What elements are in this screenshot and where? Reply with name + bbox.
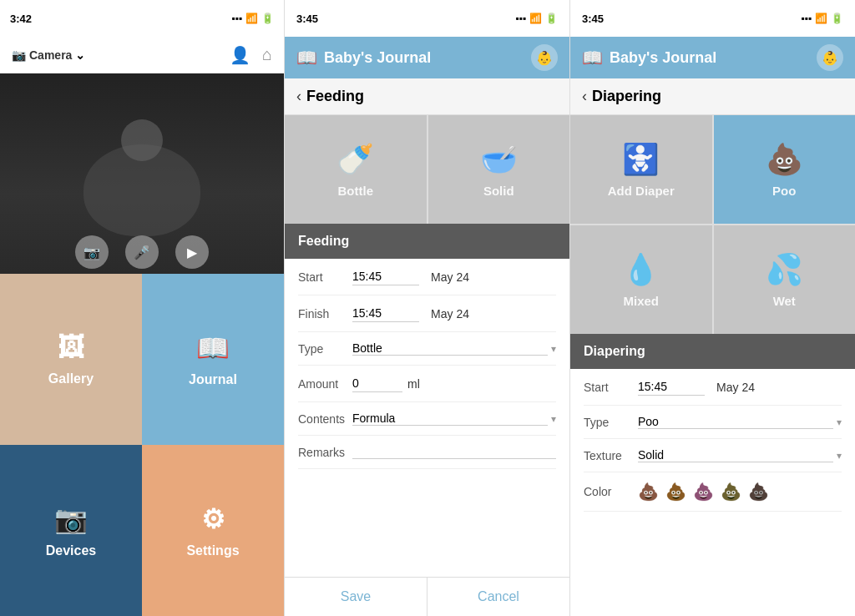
- baby-avatar-2[interactable]: 👶: [531, 44, 558, 71]
- color-row: Color 💩 💩 💩 💩 💩: [584, 472, 842, 512]
- solid-tile[interactable]: 🥣 Solid: [428, 115, 570, 224]
- remarks-row: Remarks: [298, 436, 556, 469]
- settings-icon: ⚙: [201, 503, 225, 535]
- play-button[interactable]: ▶: [175, 235, 209, 269]
- cancel-button[interactable]: Cancel: [428, 578, 569, 616]
- settings-label: Settings: [186, 543, 239, 558]
- feeding-panel: 3:45 ▪▪▪ 📶 🔋 📖 Baby's Journal 👶 ‹ Feedin…: [284, 0, 569, 616]
- journal-title-2: Baby's Journal: [324, 49, 431, 67]
- time-1: 3:42: [10, 13, 32, 25]
- diaper-grid: 🚼 Add Diaper 💩 Poo 💧 Mixed 💦 Wet: [570, 115, 855, 334]
- diapering-title: Diapering: [592, 88, 661, 105]
- add-diaper-tile[interactable]: 🚼 Add Diaper: [570, 115, 712, 224]
- feeding-grid: 🍼 Bottle 🥣 Solid: [285, 115, 569, 224]
- bottle-label: Bottle: [338, 184, 374, 198]
- wifi-icon-2: 📶: [529, 13, 542, 24]
- finish-label: Finish: [298, 307, 352, 321]
- diaper-start-time-input[interactable]: [638, 378, 705, 396]
- mic-button[interactable]: 🎤: [125, 235, 159, 269]
- start-date: May 24: [419, 270, 469, 284]
- camera-controls: 📷 🎤 ▶: [75, 235, 209, 269]
- wet-icon: 💦: [766, 252, 803, 287]
- journal-title-group-3: 📖 Baby's Journal: [582, 48, 716, 68]
- type-row: Type Bottle Breast Solid ▾: [298, 332, 556, 366]
- journal-tile[interactable]: 📖 Journal: [142, 274, 284, 445]
- finish-time-input[interactable]: [352, 305, 419, 322]
- texture-row: Texture Solid Soft Liquid Mucousy ▾: [584, 439, 842, 472]
- diaper-start-row: Start May 24: [584, 369, 842, 406]
- status-bar-3: 3:45 ▪▪▪ 📶 🔋: [570, 0, 855, 37]
- amount-row: Amount ml: [298, 366, 556, 402]
- snapshot-button[interactable]: 📷: [75, 235, 109, 269]
- signal-icon: ▪▪▪: [231, 13, 242, 24]
- diaper-type-row: Type Poo Wet Mixed ▾: [584, 406, 842, 439]
- settings-tile[interactable]: ⚙ Settings: [142, 445, 284, 616]
- type-select[interactable]: Bottle Breast Solid: [352, 341, 548, 356]
- amount-input[interactable]: [352, 375, 402, 392]
- color-swatch-2[interactable]: 💩: [665, 482, 686, 502]
- color-swatch-5[interactable]: 💩: [748, 482, 769, 502]
- color-swatch-1[interactable]: 💩: [638, 482, 659, 502]
- color-label: Color: [584, 485, 638, 498]
- texture-chevron: ▾: [837, 450, 842, 462]
- poo-tile[interactable]: 💩 Poo: [714, 115, 856, 224]
- signal-icon-3: ▪▪▪: [801, 13, 812, 24]
- remarks-input[interactable]: [352, 445, 556, 459]
- start-time-input[interactable]: [352, 268, 419, 285]
- status-bar-1: 3:42 ▪▪▪ 📶 🔋: [0, 0, 284, 37]
- add-diaper-icon: 🚼: [622, 142, 660, 177]
- texture-select[interactable]: Solid Soft Liquid Mucousy: [638, 448, 833, 462]
- chevron-down-icon: ⌄: [75, 48, 85, 62]
- form-header-2: Feeding: [285, 224, 569, 259]
- contents-label: Contents: [298, 412, 352, 426]
- mixed-tile[interactable]: 💧 Mixed: [570, 225, 712, 334]
- amount-unit: ml: [407, 377, 420, 391]
- gallery-icon: 🖼: [58, 332, 84, 363]
- diaper-form-body: Start May 24 Type Poo Wet Mixed ▾ Textur…: [570, 369, 855, 616]
- camera-label: Camera: [29, 48, 72, 62]
- topbar-actions: 👤 ⌂: [230, 45, 272, 65]
- feeding-subheader: ‹ Feeding: [285, 78, 569, 115]
- baby-avatar-3[interactable]: 👶: [817, 44, 843, 71]
- signal-icon-2: ▪▪▪: [515, 13, 526, 24]
- form-body-2: Start May 24 Finish May 24 Type Bottle B…: [285, 259, 569, 577]
- avatar-icon-2: 👶: [536, 50, 553, 66]
- time-2: 3:45: [296, 13, 318, 25]
- status-icons-1: ▪▪▪ 📶 🔋: [231, 13, 274, 24]
- bottle-tile[interactable]: 🍼 Bottle: [285, 115, 427, 224]
- journal-title-group: 📖 Baby's Journal: [296, 48, 431, 68]
- diaper-start-date: May 24: [705, 381, 755, 394]
- back-button-3[interactable]: ‹: [582, 88, 587, 105]
- journal-title-3: Baby's Journal: [610, 49, 716, 67]
- add-diaper-label: Add Diaper: [608, 184, 675, 198]
- poo-label: Poo: [772, 184, 796, 198]
- color-swatch-3[interactable]: 💩: [693, 482, 714, 502]
- gallery-label: Gallery: [48, 371, 94, 386]
- profile-icon[interactable]: 👤: [230, 45, 250, 65]
- devices-tile[interactable]: 📷 Devices: [0, 445, 142, 616]
- diaper-type-select[interactable]: Poo Wet Mixed: [638, 415, 833, 429]
- back-button-2[interactable]: ‹: [296, 88, 301, 105]
- feeding-title: Feeding: [306, 88, 364, 105]
- amount-label: Amount: [298, 377, 352, 391]
- save-button[interactable]: Save: [285, 578, 427, 616]
- poo-icon: 💩: [766, 142, 803, 177]
- device-selector[interactable]: 📷 Camera ⌄: [12, 48, 85, 62]
- home-menu: 🖼 Gallery 📖 Journal 📷 Devices ⚙ Settings: [0, 274, 284, 616]
- color-swatch-4[interactable]: 💩: [721, 482, 741, 502]
- wet-tile[interactable]: 💦 Wet: [714, 225, 856, 334]
- journal-icon: 📖: [196, 332, 230, 364]
- texture-label: Texture: [584, 449, 638, 462]
- contents-select[interactable]: Formula Breast Milk Water: [352, 412, 548, 426]
- gallery-tile[interactable]: 🖼 Gallery: [0, 274, 142, 445]
- status-icons-2: ▪▪▪ 📶 🔋: [515, 13, 558, 24]
- battery-icon: 🔋: [261, 13, 274, 24]
- avatar-icon-3: 👶: [822, 50, 838, 66]
- type-chevron: ▾: [551, 343, 556, 355]
- finish-row: Finish May 24: [298, 295, 556, 332]
- diaper-start-label: Start: [584, 381, 638, 394]
- journal-header-2: 📖 Baby's Journal 👶: [285, 37, 569, 78]
- home-icon[interactable]: ⌂: [262, 45, 272, 65]
- diapering-subheader: ‹ Diapering: [570, 78, 855, 115]
- solid-icon: 🥣: [480, 142, 518, 177]
